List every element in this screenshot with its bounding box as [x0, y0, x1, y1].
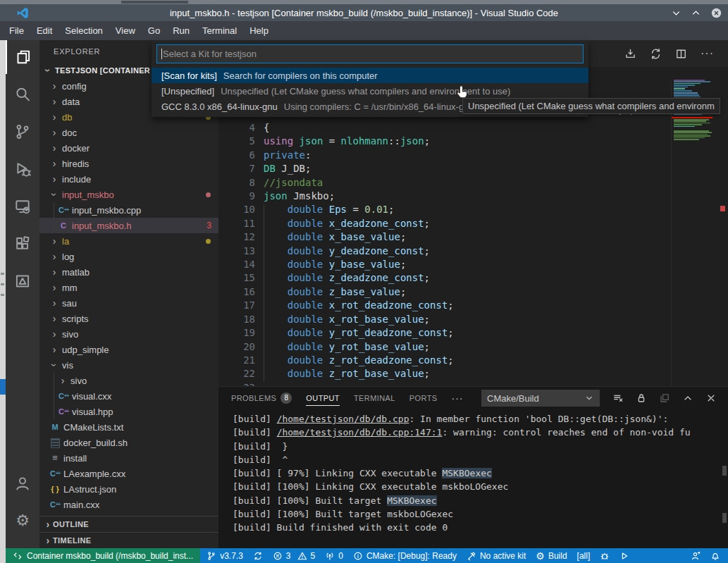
- statusbar-cmake-status[interactable]: CMake: [Debug]: Ready: [348, 548, 462, 563]
- activitybar-cmake[interactable]: [6, 264, 39, 298]
- tree-file-input_mskbo.h[interactable]: Cinput_mskbo.h3: [39, 218, 218, 233]
- output-line: [build] [100%] Built target mskboLOGexec: [233, 507, 728, 521]
- panel-scrollbar[interactable]: [722, 513, 727, 523]
- account-icon: [14, 475, 31, 492]
- statusbar-cmake-build[interactable]: ⚙Build: [531, 548, 572, 563]
- tree-folder-scripts[interactable]: ›scripts: [39, 311, 218, 326]
- menu-run[interactable]: Run: [166, 21, 196, 40]
- panel-more-tabs[interactable]: ···: [452, 387, 464, 409]
- tree-folder-hiredis[interactable]: ›hiredis: [39, 156, 218, 171]
- menu-file[interactable]: File: [3, 21, 30, 40]
- activitybar-explorer[interactable]: [6, 40, 39, 74]
- minimize-button[interactable]: [671, 8, 681, 18]
- menu-go[interactable]: Go: [142, 21, 166, 40]
- close-icon[interactable]: [705, 392, 717, 404]
- tree-file-CMakeLists.txt[interactable]: MCMakeLists.txt: [39, 419, 218, 435]
- tree-folder-matlab[interactable]: ›matlab: [39, 264, 218, 280]
- statusbar-sync-changes[interactable]: [248, 548, 268, 563]
- tree-file-visual.hpp[interactable]: C++visual.hpp: [39, 404, 218, 419]
- tab-terminal[interactable]: TERMINAL: [354, 387, 395, 409]
- chevron-up-icon[interactable]: [682, 392, 693, 404]
- statusbar-cmake-target[interactable]: [all]: [572, 548, 596, 563]
- statusbar-warning-count[interactable]: 5: [292, 548, 321, 563]
- tree-folder-vis[interactable]: ›vis: [39, 357, 218, 373]
- tree-file-install[interactable]: ≡install: [39, 450, 218, 466]
- tree-folder-input_mskbo[interactable]: ›input_mskbo: [39, 187, 218, 202]
- tree-folder-la[interactable]: ›la: [39, 233, 218, 249]
- tab-ports[interactable]: PORTS: [409, 387, 438, 409]
- tree-item-label: udp_simple: [62, 345, 109, 355]
- statusbar-cmake-run[interactable]: [615, 548, 634, 563]
- minimap-line: [674, 90, 692, 92]
- open-changes-icon[interactable]: [650, 48, 662, 60]
- activitybar-extensions[interactable]: [6, 227, 39, 261]
- tree-item-label: install: [63, 453, 87, 464]
- tree-file-LAexample.cxx[interactable]: C++LAexample.cxx: [39, 466, 218, 481]
- clear-output-icon[interactable]: [612, 392, 624, 404]
- statusbar-cmake-debug[interactable]: [595, 548, 615, 563]
- activitybar-settings[interactable]: ⚙: [6, 504, 39, 538]
- section-timeline[interactable]: ›TIMELINE: [39, 532, 218, 548]
- modified-dot: [206, 192, 211, 197]
- minimap[interactable]: [671, 80, 715, 386]
- tree-file-input_mskbo.cpp[interactable]: C++input_mskbo.cpp: [39, 202, 218, 218]
- statusbar-notifications[interactable]: [705, 548, 725, 563]
- section-outline[interactable]: ›OUTLINE: [39, 516, 218, 532]
- status-bar: Container mskbo_build (/mskbo_build_inst…: [6, 548, 728, 563]
- code-view[interactable]: 4{5using json = nlohmann::json;6private:…: [218, 121, 670, 386]
- lock-icon[interactable]: [636, 392, 647, 404]
- activitybar-account[interactable]: [6, 466, 39, 500]
- tree-folder-docker[interactable]: ›docker: [39, 140, 218, 156]
- quickpick-input[interactable]: Select a Kit for testjson: [156, 44, 584, 63]
- tree-item-label: LAstruct.json: [63, 484, 116, 495]
- titlebar[interactable]: input_mskbo.h - testjson [Container mskb…: [0, 4, 728, 21]
- tree-folder-log[interactable]: ›log: [39, 249, 218, 264]
- background-window-mark: [1, 273, 4, 275]
- activitybar-remote-explorer[interactable]: [6, 190, 39, 223]
- menu-view[interactable]: View: [109, 21, 142, 40]
- tree-file-LAstruct.json[interactable]: { }LAstruct.json: [39, 481, 218, 497]
- split-editor-icon[interactable]: [675, 48, 687, 60]
- statusbar-git-branch-version[interactable]: v3.7.3: [202, 548, 248, 563]
- download-icon[interactable]: [624, 48, 636, 60]
- tab-output[interactable]: OUTPUT: [306, 387, 340, 409]
- line-number: 23: [218, 381, 255, 386]
- tree-folder-sivo[interactable]: ›sivo: [39, 326, 218, 342]
- activitybar-search[interactable]: [6, 78, 39, 111]
- tree-folder-udp_simple[interactable]: ›udp_simple: [39, 342, 218, 357]
- menu-terminal[interactable]: Terminal: [196, 21, 243, 40]
- section-label: TIMELINE: [53, 536, 92, 545]
- tree-folder-mm[interactable]: ›mm: [39, 280, 218, 295]
- line-number: 13: [218, 245, 255, 258]
- output-channel-select[interactable]: CMake/Build: [481, 390, 600, 407]
- activitybar-run-debug[interactable]: [6, 152, 39, 186]
- code-text: double x_base_value;: [264, 230, 406, 244]
- close-button[interactable]: [710, 7, 722, 19]
- build-output[interactable]: [build] /home/testjson/db/db.cpp: In mem…: [233, 412, 728, 548]
- statusbar-feedback[interactable]: [686, 548, 705, 563]
- statusbar-ports-forwarded[interactable]: 0: [320, 548, 348, 563]
- statusbar-cmake-kit[interactable]: No active kit: [462, 548, 531, 563]
- line-number: 8: [218, 176, 255, 190]
- tree-folder-sau[interactable]: ›sau: [39, 295, 218, 311]
- quickpick-item[interactable]: [Scan for kits]Search for compilers on t…: [152, 68, 588, 83]
- open-in-editor-icon[interactable]: [659, 392, 670, 404]
- menu-help[interactable]: Help: [243, 21, 275, 40]
- panel-scrollbar[interactable]: [722, 466, 727, 476]
- more-icon[interactable]: ···: [701, 47, 714, 60]
- quickpick-item[interactable]: [Unspecified]Unspecified (Let CMake gues…: [152, 83, 588, 99]
- tree-file-main.cxx[interactable]: C++main.cxx: [39, 497, 218, 512]
- remote-indicator[interactable]: Container mskbo_build (/mskbo_build_inst…: [6, 548, 200, 563]
- tree-file-visual.cxx[interactable]: C++visual.cxx: [39, 388, 218, 404]
- menu-edit[interactable]: Edit: [30, 21, 58, 40]
- tree-folder-sivo[interactable]: ›sivo: [39, 373, 218, 388]
- tree-folder-doc[interactable]: ›doc: [39, 125, 218, 140]
- tree-folder-include[interactable]: ›include: [39, 171, 218, 187]
- menu-selection[interactable]: Selection: [58, 21, 109, 40]
- background-window-mark: [1, 283, 4, 285]
- tree-file-docker_build.sh[interactable]: docker_build.sh: [39, 435, 218, 450]
- activitybar-source-control[interactable]: [6, 115, 39, 149]
- statusbar-error-count[interactable]: 3: [268, 548, 292, 563]
- tab-problems[interactable]: PROBLEMS8: [231, 387, 292, 409]
- maximize-button[interactable]: [691, 8, 701, 18]
